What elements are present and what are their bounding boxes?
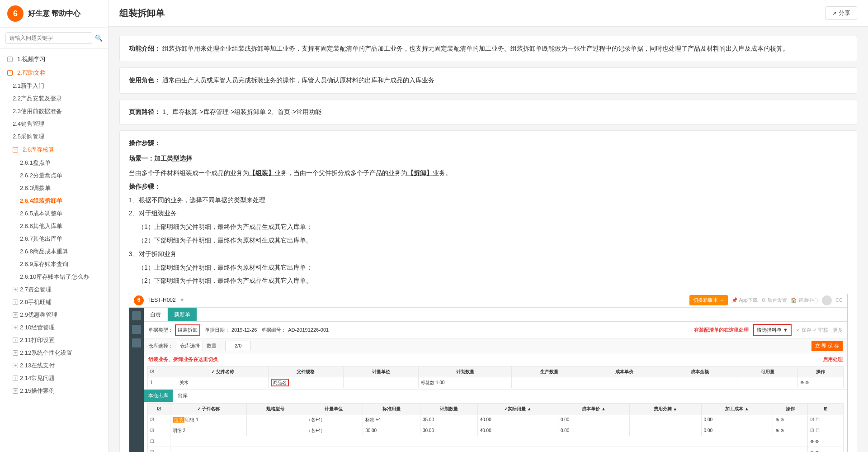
toolbar-extra: ✓ 保存 ✓ 审核: [796, 326, 828, 334]
share-button[interactable]: ↗ 分享: [825, 6, 857, 20]
step-3: 3、对于拆卸业务: [129, 249, 848, 260]
lower-row-2: ☑ 明细 2 （各+4） 30.00 30.00 40.00 0.00: [148, 425, 844, 436]
sidebar-item-2-6-6[interactable]: 2.6.6其他入库单: [20, 220, 108, 233]
lr2-spec: [247, 425, 304, 436]
lower-table-area: ☑ ✓ 子件名称 规格型号 计量单位 标准用量 计划数量 ✓实际用量 ▲ 成本单…: [144, 402, 847, 452]
sidebar-item-2-1[interactable]: 2.1新手入门: [13, 80, 108, 92]
app-tab-new[interactable]: 新新单: [168, 308, 197, 321]
app-main: 自贡 新新单 单据类型： 组装拆卸 单据日期： 2019-12-26: [144, 308, 847, 452]
app-tab-zg[interactable]: 自贡: [144, 308, 168, 321]
lcol-extra: ⊞: [807, 403, 843, 414]
path-label: 页面路径：: [129, 108, 160, 115]
sidebar-item-2-6-3[interactable]: 2.6.3调拨单: [20, 182, 108, 195]
lcol-std: 标准用量: [363, 403, 420, 414]
search-input[interactable]: [5, 32, 92, 44]
sidebar-item-2-12[interactable]: +2.12系统个性化设置: [13, 347, 108, 359]
lcol-unit: 计量单位: [304, 403, 363, 414]
ops-title: 操作步骤：: [129, 138, 848, 149]
sidebar-item-2-15[interactable]: +2.15操作案例: [13, 385, 108, 397]
nav-icon-1: [132, 311, 141, 320]
toolbar-date: 单据日期： 2019-12-26: [205, 326, 257, 334]
step-2-2: （2）下部明细为子件明细，最终作为原材料生成其它出库单。: [138, 235, 848, 246]
sidebar-item-2-6-5[interactable]: 2.6.5成本调整单: [20, 207, 108, 220]
plus-icon-2-8: +: [13, 300, 18, 305]
field2-label: 单据日期：: [205, 326, 230, 334]
step-2: 2、对于组装业务: [129, 208, 848, 219]
role-card: 使用角色： 通常由生产人员或库管人员完成拆装业务的操作，库管人员确认原材料的出库…: [119, 67, 857, 94]
main-area: 组装拆卸单 ↗ 分享 功能介绍： 组装拆卸单用来处理企业组装或拆卸等加工业务，支…: [108, 0, 868, 452]
sidebar-item-2-9[interactable]: +2.9优惠券管理: [13, 309, 108, 321]
sidebar-item-2[interactable]: − 2.帮助文档: [0, 66, 108, 80]
sidebar-item-2-5[interactable]: 2.5采购管理: [13, 130, 108, 143]
sub-field: 仓库选择：: [148, 342, 173, 350]
chaijian-text: 【拆卸】: [407, 169, 433, 176]
field1-value: 组装拆卸: [175, 324, 200, 336]
lr1-extra: ☑ ☐: [807, 414, 843, 425]
sub-tab-1[interactable]: 本仓出库: [144, 390, 173, 402]
plus-icon-2-13: +: [13, 363, 18, 368]
sub-toolbar: 仓库选择： 仓库选择 数量： 2/0 立 即 保 存: [144, 339, 847, 353]
ops-steps-title: 操作步骤：: [129, 181, 848, 192]
col-5: 生产数量: [512, 366, 587, 377]
step-1: 1、根据不同的业务，选择不同单据的类型来处理: [129, 195, 848, 206]
sidebar-item-2-14[interactable]: +2.14常见问题: [13, 372, 108, 385]
select-bill-btn[interactable]: 请选择料单 ▼: [753, 324, 792, 336]
sidebar-item-2-8[interactable]: +2.8手机旺铺: [13, 296, 108, 309]
lr2-check: ☑: [148, 425, 170, 436]
app-topbar: 6 TEST-H002 ▼ 切换新版本 → 📌 App下载 ⚙ 后台设置 🏠 帮…: [129, 293, 847, 308]
sidebar-sub-2-6: 2.6.1盘点单 2.6.2分量盘点单 2.6.3调拨单 2.6.4组装拆卸单 …: [13, 157, 108, 283]
col-checkbox: ☑: [148, 366, 177, 377]
sidebar-item-2-6-4[interactable]: 2.6.4组装拆卸单: [20, 195, 108, 207]
row1-amount: [662, 377, 737, 388]
zhuangzu-text: 【组装】: [249, 169, 274, 176]
sidebar-section-2-6: − 2.6库存核算 2.6.1盘点单 2.6.2分量盘点单 2.6.3调拨单 2…: [13, 143, 108, 283]
sidebar-item-2-6[interactable]: − 2.6库存核算: [13, 143, 108, 157]
sidebar-item-2-6-7[interactable]: 2.6.7其他出库单: [20, 233, 108, 245]
step-3-details: （1）上部明细为父件明细，最终作为原材料生成其它出库单； （2）下部明细为子件明…: [129, 262, 848, 287]
row1-actual: [512, 377, 587, 388]
plus-icon-2-11: +: [13, 338, 18, 343]
lr1-actual: 40.00: [477, 414, 558, 425]
lr2-amt: [630, 425, 701, 436]
toolbar-type: 单据类型： 组装拆卸: [148, 324, 200, 336]
minus-icon-2: −: [7, 70, 13, 76]
lr2-actual: 40.00: [477, 425, 558, 436]
path-text: 1、库存核算->库存管理->组装拆卸单 2、首页->常用功能: [162, 108, 321, 115]
warehouse-input: 仓库选择: [177, 341, 203, 351]
sidebar-item-2-6-2[interactable]: 2.6.2分量盘点单: [20, 169, 108, 182]
intro-card: 功能介绍： 组装拆卸单用来处理企业组装或拆卸等加工业务，支持有固定装配清单的产品…: [119, 36, 857, 62]
sidebar-item-2-13[interactable]: +2.13在线支付: [13, 359, 108, 372]
sidebar-item-2-6-9[interactable]: 2.6.9库存账本查询: [20, 258, 108, 271]
switch-version-btn[interactable]: 切换新版本 →: [689, 295, 728, 305]
sub-tab-2[interactable]: 出库: [173, 390, 192, 402]
sidebar-item-2-3[interactable]: 2.3使用前数据准备: [13, 105, 108, 118]
sidebar-item-2-2[interactable]: 2.2产品安装及登录: [13, 92, 108, 105]
save-btn[interactable]: 立 即 保 存: [811, 341, 843, 351]
sidebar-item-2-11[interactable]: +2.11打印设置: [13, 334, 108, 347]
sidebar-item-2-4[interactable]: 2.4销售管理: [13, 118, 108, 130]
lower-row-1: ☑ 组装 明细 1 （各+4） 标准 +4 35.00 40.00 0.00: [148, 414, 844, 425]
sidebar-item-2-6-1[interactable]: 2.6.1盘点单: [20, 157, 108, 169]
plus-icon-2-10: +: [13, 325, 18, 330]
logo-icon: 6: [7, 5, 24, 22]
search-icon[interactable]: 🔍: [95, 34, 103, 42]
lcol-plan2: 计划数量: [420, 403, 477, 414]
app-company: TEST-H002: [147, 295, 176, 305]
field2-value: 2019-12-26: [231, 326, 257, 334]
row1-seq: 1: [148, 377, 177, 388]
row1-spec: 商品名: [268, 377, 343, 388]
lr1-unit: （各+4）: [304, 414, 363, 425]
annotation-1: 有装配清单的在这里处理: [694, 326, 749, 334]
app-toolbar: 单据类型： 组装拆卸 单据日期： 2019-12-26 单据编号： AD-201…: [144, 322, 847, 339]
plus-icon-2-15: +: [13, 388, 18, 394]
row1-action: ⊕ ⊗: [797, 377, 843, 388]
lr2-unit: （各+4）: [304, 425, 363, 436]
lr2-extra: ☑ ☐: [807, 425, 843, 436]
annotation-3: 组装业务、拆卸业务在这里切换: [148, 355, 218, 364]
nav-icon-2: [132, 325, 141, 334]
sidebar-item-2-6-10[interactable]: 2.6.10库存账本错了怎么办: [20, 271, 108, 283]
sidebar-item-2-6-8[interactable]: 2.6.8商品成本重算: [20, 245, 108, 258]
sidebar-item-1[interactable]: + 1.视频学习: [0, 52, 108, 66]
sidebar-item-2-7[interactable]: +2.7资金管理: [13, 283, 108, 296]
sidebar-item-2-10[interactable]: +2.10经营管理: [13, 321, 108, 334]
